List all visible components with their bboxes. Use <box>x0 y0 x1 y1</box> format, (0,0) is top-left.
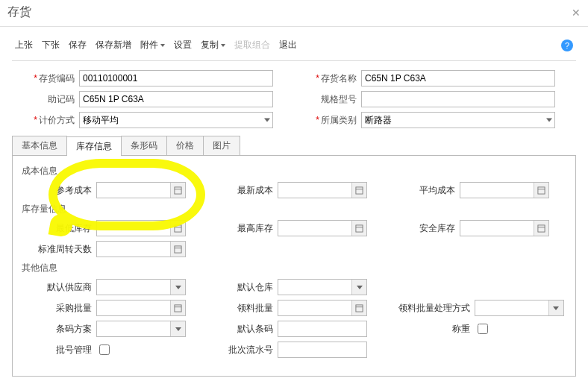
picker-icon[interactable] <box>170 221 185 236</box>
select-pick-batch-mode[interactable] <box>475 300 564 316</box>
svg-rect-16 <box>356 304 363 311</box>
input-max-stock[interactable] <box>278 220 367 236</box>
toolbar-attach[interactable]: 附件 <box>140 39 165 51</box>
picker-icon[interactable] <box>170 183 185 198</box>
label-latest-cost: 最新成本 <box>203 184 278 197</box>
picker-icon[interactable] <box>351 183 366 198</box>
checkbox-weigh[interactable] <box>478 324 488 334</box>
input-latest-cost[interactable] <box>278 182 367 198</box>
section-qty-title: 库存量信息 <box>22 203 566 215</box>
label-purchase-batch: 采购批量 <box>22 302 96 315</box>
toolbar-prev[interactable]: 上张 <box>15 39 33 51</box>
label-category: 所属类别 <box>294 114 361 127</box>
input-name[interactable] <box>361 70 555 86</box>
tab-image[interactable]: 图片 <box>203 136 240 155</box>
select-default-wh[interactable] <box>278 279 367 295</box>
input-mnemonic[interactable] <box>79 91 273 107</box>
select-cost-method[interactable] <box>79 112 273 128</box>
input-min-stock[interactable] <box>96 220 186 236</box>
tab-barcode[interactable]: 条形码 <box>121 136 167 155</box>
picker-icon[interactable] <box>170 242 185 257</box>
select-barcode-scheme[interactable] <box>96 321 186 337</box>
checkbox-batch-mgmt[interactable] <box>99 344 110 355</box>
toolbar-copy[interactable]: 复制 <box>201 39 225 51</box>
svg-rect-12 <box>175 245 181 252</box>
toolbar-exit[interactable]: 退出 <box>279 39 297 51</box>
picker-icon[interactable] <box>534 221 548 236</box>
tab-price[interactable]: 价格 <box>166 136 204 155</box>
label-spec: 规格型号 <box>294 93 361 106</box>
close-icon[interactable]: ✕ <box>572 7 581 19</box>
page-title: 存货 <box>7 4 31 20</box>
chevron-down-icon[interactable] <box>351 280 366 295</box>
label-default-barcode: 默认条码 <box>203 323 278 336</box>
input-default-barcode[interactable] <box>278 321 367 337</box>
label-batch-serial: 批次流水号 <box>203 344 278 356</box>
picker-icon[interactable] <box>351 221 366 236</box>
select-default-supplier[interactable] <box>96 279 186 295</box>
toolbar-save-new[interactable]: 保存新增 <box>96 39 131 51</box>
label-pick-batch-mode: 领料批量处理方式 <box>385 302 475 315</box>
input-batch-serial[interactable] <box>278 342 367 358</box>
label-weigh: 称重 <box>385 323 475 336</box>
label-ref-cost: 参考成本 <box>22 184 96 197</box>
label-cost-method: 计价方式 <box>12 114 79 127</box>
section-cost-title: 成本信息 <box>22 165 566 177</box>
tab-basic[interactable]: 基本信息 <box>12 136 67 155</box>
toolbar-settings[interactable]: 设置 <box>174 39 192 51</box>
toolbar-save[interactable]: 保存 <box>69 39 87 51</box>
select-category[interactable] <box>361 112 555 128</box>
chevron-down-icon[interactable] <box>548 301 563 315</box>
chevron-down-icon[interactable] <box>170 321 185 336</box>
picker-icon[interactable] <box>534 183 548 198</box>
svg-rect-10 <box>538 224 545 231</box>
label-min-stock: 最低库存 <box>22 222 96 235</box>
tab-stock[interactable]: 库存信息 <box>66 136 122 156</box>
label-std-turn-days: 标准周转天数 <box>22 243 96 256</box>
toolbar-extract: 提取组合 <box>234 39 270 51</box>
svg-rect-8 <box>356 224 363 231</box>
chevron-down-icon[interactable] <box>170 280 185 295</box>
label-max-stock: 最高库存 <box>203 222 278 235</box>
input-safety-stock[interactable] <box>460 220 549 236</box>
input-spec[interactable] <box>361 91 555 107</box>
label-pick-batch: 领料批量 <box>203 302 278 315</box>
input-code[interactable] <box>79 70 273 86</box>
label-batch-mgmt: 批号管理 <box>22 344 96 356</box>
section-other-title: 其他信息 <box>22 262 566 274</box>
toolbar-next[interactable]: 下张 <box>42 39 60 51</box>
input-std-turn-days[interactable] <box>96 241 186 257</box>
svg-rect-0 <box>175 186 181 193</box>
label-barcode-scheme: 条码方案 <box>22 323 96 336</box>
svg-rect-2 <box>356 186 363 193</box>
input-ref-cost[interactable] <box>96 182 186 198</box>
tabs: 基本信息 库存信息 条形码 价格 图片 <box>12 136 576 156</box>
input-purchase-batch[interactable] <box>96 300 186 316</box>
label-code: 存货编码 <box>12 72 79 85</box>
label-safety-stock: 安全库存 <box>385 222 460 235</box>
svg-rect-6 <box>175 224 181 231</box>
picker-icon[interactable] <box>170 301 185 315</box>
label-mnemonic: 助记码 <box>12 93 79 106</box>
svg-rect-14 <box>175 304 181 311</box>
help-icon[interactable]: ? <box>561 40 573 51</box>
picker-icon[interactable] <box>351 301 366 315</box>
label-default-wh: 默认仓库 <box>203 281 278 294</box>
label-avg-cost: 平均成本 <box>385 184 460 197</box>
input-avg-cost[interactable] <box>460 182 549 198</box>
panel-stock: 成本信息 参考成本 最新成本 平均成本 库存量信息 最低库存 最高库存 <box>12 156 576 377</box>
label-default-supplier: 默认供应商 <box>22 281 96 294</box>
label-name: 存货名称 <box>294 72 361 85</box>
toolbar: 上张 下张 保存 保存新增 附件 设置 复制 提取组合 退出 ? <box>12 34 576 61</box>
input-pick-batch[interactable] <box>278 300 367 316</box>
svg-rect-4 <box>538 186 545 193</box>
